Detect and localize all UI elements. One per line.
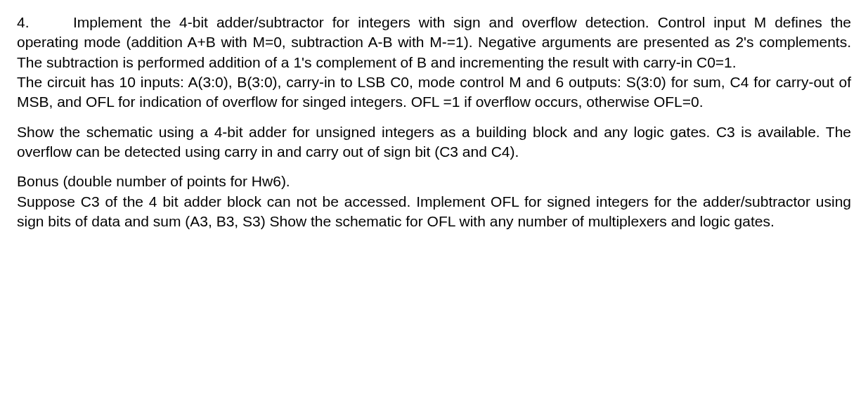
bonus-header: Bonus (double number of points for Hw6). — [17, 173, 290, 189]
bonus-text: Suppose C3 of the 4 bit adder block can … — [17, 193, 851, 229]
problem-task-paragraph: Show the schematic using a 4-bit adder f… — [17, 122, 851, 162]
bonus-paragraph: Bonus (double number of points for Hw6).… — [17, 172, 851, 231]
problem-task-text: Show the schematic using a 4-bit adder f… — [17, 124, 851, 160]
problem-statement-paragraph-1: 4.Implement the 4-bit adder/subtractor f… — [17, 13, 851, 72]
problem-main-text: Implement the 4-bit adder/subtractor for… — [17, 14, 851, 70]
problem-block: 4.Implement the 4-bit adder/subtractor f… — [17, 13, 851, 231]
problem-number: 4. — [17, 13, 73, 32]
problem-io-paragraph: The circuit has 10 inputs: A(3:0), B(3:0… — [17, 72, 851, 113]
problem-io-text: The circuit has 10 inputs: A(3:0), B(3:0… — [17, 74, 851, 110]
